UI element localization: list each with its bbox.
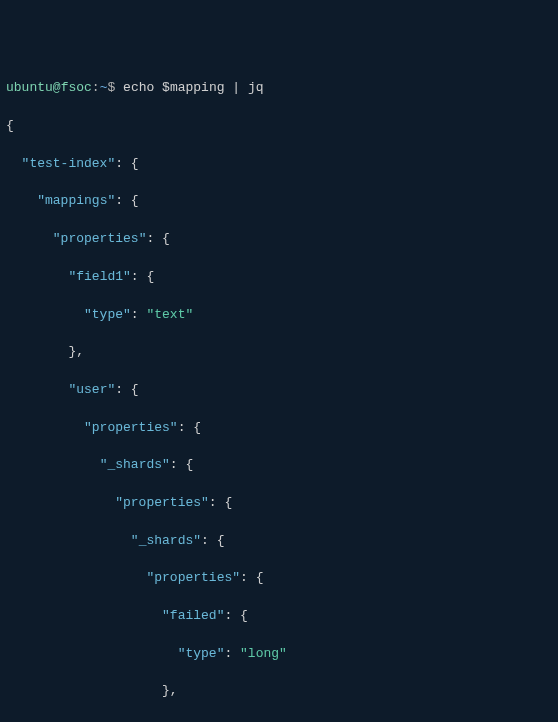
command-text: echo $mapping | jq [123,80,263,95]
terminal-output: ubuntu@fsoc:~$ echo $mapping | jq { "tes… [6,79,552,722]
json-line: }, [6,682,552,701]
json-line: "mappings": { [6,192,552,211]
json-line: }, [6,343,552,362]
json-line: "failed": { [6,607,552,626]
prompt-at: @ [53,80,61,95]
json-line: "_shards": { [6,532,552,551]
json-line: "type": "long" [6,645,552,664]
prompt-user: ubuntu [6,80,53,95]
prompt-host: fsoc [61,80,92,95]
json-line: "field1": { [6,268,552,287]
json-line: "properties": { [6,230,552,249]
prompt-dollar: $ [107,80,123,95]
json-line: { [6,117,552,136]
json-line: "user": { [6,381,552,400]
json-line: "test-index": { [6,155,552,174]
prompt-line[interactable]: ubuntu@fsoc:~$ echo $mapping | jq [6,79,552,98]
json-line: "properties": { [6,419,552,438]
json-line: "type": "text" [6,306,552,325]
json-line: "properties": { [6,494,552,513]
json-line: "_shards": { [6,456,552,475]
json-line: "properties": { [6,569,552,588]
prompt-colon: : [92,80,100,95]
